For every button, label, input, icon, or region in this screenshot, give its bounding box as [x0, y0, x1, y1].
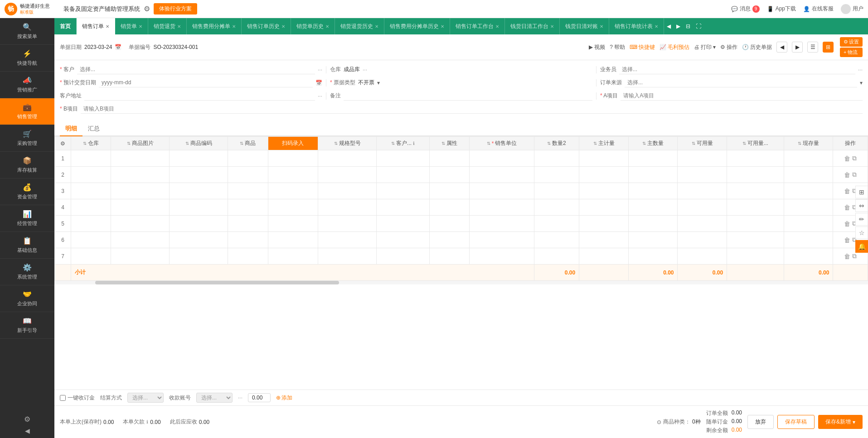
th-unit[interactable]: ⇅*销售单位 — [470, 137, 534, 150]
row-7-available2[interactable] — [727, 248, 784, 265]
row-1-scan[interactable] — [268, 150, 318, 167]
row-1-available2[interactable] — [727, 150, 784, 167]
row-5-unit[interactable] — [470, 216, 534, 232]
warehouse-expand-icon[interactable]: ··· — [363, 67, 367, 73]
th-spec[interactable]: ⇅规格型号 — [318, 137, 376, 150]
tab-sales-invoice[interactable]: 销货单 ✕ — [115, 18, 148, 34]
th-available2[interactable]: ⇅可用量... — [727, 137, 784, 150]
right-tool-edit[interactable]: ✏ — [855, 213, 868, 226]
th-warehouse[interactable]: ⇅仓库 — [71, 137, 111, 150]
customer-expand-icon[interactable]: ··· — [318, 67, 322, 73]
row-3-product[interactable] — [228, 183, 268, 199]
row-7-code[interactable] — [170, 248, 228, 265]
address-expand-icon[interactable]: ··· — [318, 93, 322, 99]
row-2-unit[interactable] — [470, 167, 534, 183]
tab-return-history-close[interactable]: ✕ — [375, 24, 378, 29]
row-3-customer-code[interactable] — [377, 183, 430, 199]
tab-more-button[interactable]: ⊟ — [683, 23, 693, 29]
print-dropdown-icon[interactable]: ▾ — [713, 44, 716, 50]
row-4-customer-code[interactable] — [377, 199, 430, 216]
row-7-warehouse[interactable] — [71, 248, 111, 265]
row-4-available2[interactable] — [727, 199, 784, 216]
row-4-unit[interactable] — [470, 199, 534, 216]
tab-sales-return-close[interactable]: ✕ — [177, 24, 181, 29]
th-main-qty[interactable]: ⇅主数量 — [628, 137, 678, 150]
row-2-main-unit[interactable] — [579, 167, 629, 183]
tab-home[interactable]: 首页 — [54, 18, 77, 34]
salesperson-expand-icon[interactable]: ··· — [858, 67, 863, 73]
row-6-customer-code[interactable] — [377, 232, 430, 248]
row-3-main-unit[interactable] — [579, 183, 629, 199]
row-2-delete-icon[interactable]: 🗑 — [844, 171, 850, 178]
customer-address-input[interactable] — [84, 91, 315, 101]
row-2-copy-icon[interactable]: ⧉ — [852, 171, 857, 178]
view-video-button[interactable]: ▶ 视频 — [589, 43, 605, 51]
tab-expense-split-close[interactable]: ✕ — [232, 24, 236, 29]
row-5-spec[interactable] — [318, 216, 376, 232]
tab-invoice-history-close[interactable]: ✕ — [325, 24, 329, 29]
row-6-unit[interactable] — [470, 232, 534, 248]
row-1-main-qty[interactable] — [628, 150, 678, 167]
row-6-image[interactable] — [111, 232, 170, 248]
row-5-current-qty[interactable] — [784, 216, 833, 232]
help-button[interactable]: ? 帮助 — [610, 43, 625, 51]
tab-summary[interactable]: 汇总 — [82, 122, 105, 136]
payment-method-select[interactable]: 选择... — [127, 393, 164, 403]
tab-sales-order[interactable]: 销售订单 ✕ — [77, 18, 115, 34]
row-2-main-qty[interactable] — [628, 167, 678, 183]
row-4-scan[interactable] — [268, 199, 318, 216]
tab-stats-close[interactable]: ✕ — [655, 24, 658, 29]
row-2-available[interactable] — [678, 167, 727, 183]
row-5-image[interactable] — [111, 216, 170, 232]
sidebar-item-finance[interactable]: 💰 资金管理 — [0, 178, 54, 205]
one-click-deposit-checkbox[interactable] — [60, 395, 66, 401]
row-4-attribute[interactable] — [430, 199, 470, 216]
sidebar-item-system[interactable]: ⚙️ 系统管理 — [0, 259, 54, 285]
row-1-code[interactable] — [170, 150, 228, 167]
sidebar-item-sales[interactable]: 💼 销售管理 — [0, 98, 54, 125]
nav-next-button[interactable]: ▶ — [792, 42, 803, 53]
th-available[interactable]: ⇅可用量 — [678, 137, 727, 150]
row-3-qty2[interactable] — [534, 183, 579, 199]
account-expand-icon[interactable]: ··· — [238, 395, 242, 401]
row-4-delete-icon[interactable]: 🗑 — [844, 204, 850, 211]
tab-expense-history-close[interactable]: ✕ — [441, 24, 444, 29]
row-7-attribute[interactable] — [430, 248, 470, 265]
row-3-unit[interactable] — [470, 183, 534, 199]
th-gear[interactable]: ⚙ — [55, 137, 71, 150]
row-1-qty2[interactable] — [534, 150, 579, 167]
row-5-attribute[interactable] — [430, 216, 470, 232]
horizontal-scrollbar[interactable] — [54, 281, 868, 284]
tab-expense-history[interactable]: 销售费用分摊单历史 ✕ — [384, 18, 450, 34]
row-4-product[interactable] — [228, 199, 268, 216]
row-5-customer-code[interactable] — [377, 216, 430, 232]
row-5-warehouse[interactable] — [71, 216, 111, 232]
tab-daily-workbench[interactable]: 钱货日清工作台 ✕ — [505, 18, 560, 34]
row-6-delete-icon[interactable]: 🗑 — [844, 236, 850, 244]
row-3-available2[interactable] — [727, 183, 784, 199]
row-1-product[interactable] — [228, 150, 268, 167]
sidebar-item-marketing[interactable]: 📣 营销推广 — [0, 72, 54, 98]
row-7-current-qty[interactable] — [784, 248, 833, 265]
sidebar-item-guide[interactable]: 📖 新手引导 — [0, 312, 54, 339]
tab-daily-reconcile-close[interactable]: ✕ — [600, 24, 603, 29]
row-3-warehouse[interactable] — [71, 183, 111, 199]
add-payment-button[interactable]: ⊕ 添加 — [276, 394, 292, 402]
row-7-available[interactable] — [678, 248, 727, 265]
row-7-qty2[interactable] — [534, 248, 579, 265]
row-6-spec[interactable] — [318, 232, 376, 248]
sidebar-item-inventory[interactable]: 📦 库存核算 — [0, 152, 54, 178]
row-1-copy-icon[interactable]: ⧉ — [852, 154, 857, 162]
row-2-current-qty[interactable] — [784, 167, 833, 183]
tab-order-workbench[interactable]: 销售订单工作台 ✕ — [450, 18, 505, 34]
row-5-main-qty[interactable] — [628, 216, 678, 232]
row-2-scan[interactable] — [268, 167, 318, 183]
th-main-unit[interactable]: ⇅主计量 — [579, 137, 629, 150]
project-a-input[interactable] — [621, 91, 863, 101]
row-4-available[interactable] — [678, 199, 727, 216]
save-draft-button[interactable]: 保存草稿 — [777, 415, 815, 429]
row-7-spec[interactable] — [318, 248, 376, 265]
right-tool-resize[interactable]: ⇔ — [855, 199, 868, 212]
row-7-scan[interactable] — [268, 248, 318, 265]
list-view-button[interactable]: ☰ — [807, 42, 818, 53]
